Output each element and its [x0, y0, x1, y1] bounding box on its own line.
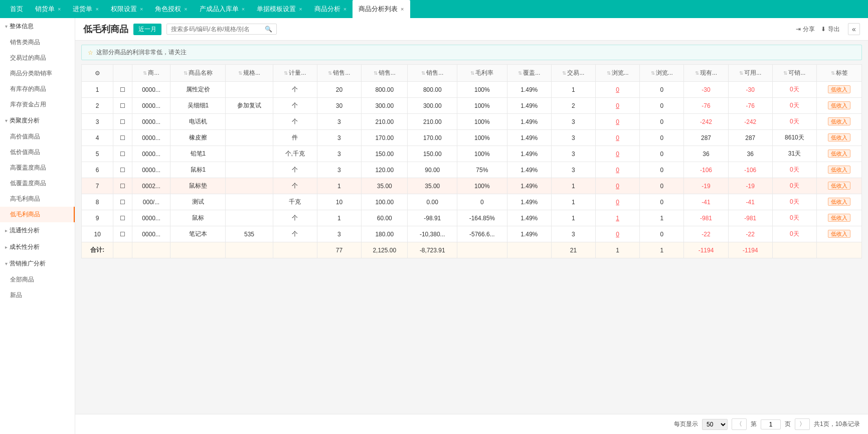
row-checkbox[interactable]: ☐: [113, 178, 132, 194]
col-header-sales_qty[interactable]: ⇅销售...: [317, 65, 361, 82]
table-row[interactable]: 5☐0000...铅笔1个,千克3150.00150.00100%1.49%30…: [82, 146, 862, 162]
view-count-1[interactable]: 0: [596, 98, 640, 114]
row-checkbox[interactable]: ☐: [113, 98, 132, 114]
close-tab-icon[interactable]: ×: [343, 6, 346, 12]
sidebar-item-低毛利商品[interactable]: 低毛利商品: [0, 207, 75, 222]
col-header-view2[interactable]: ⇅浏览...: [640, 65, 684, 82]
col-header-deal_count[interactable]: ⇅交易...: [551, 65, 595, 82]
col-header-coverage[interactable]: ⇅覆盖...: [507, 65, 551, 82]
view-count-1[interactable]: 0: [596, 130, 640, 146]
view-link[interactable]: 0: [616, 151, 619, 158]
sidebar-item-低价值商品[interactable]: 低价值商品: [0, 144, 75, 160]
table-row[interactable]: 8☐000/...测试千克10100.000.0001.49%100-41-41…: [82, 194, 862, 210]
time-filter-button[interactable]: 近一月: [133, 24, 161, 35]
sidebar-item-高毛利商品[interactable]: 高毛利商品: [0, 191, 75, 207]
col-header-spec[interactable]: ⇅规格...: [226, 65, 273, 82]
nav-item-商品分析列表[interactable]: 商品分析列表×: [353, 0, 410, 18]
nav-item-角色授权[interactable]: 角色授权×: [149, 0, 193, 18]
close-tab-icon[interactable]: ×: [299, 6, 302, 12]
close-tab-icon[interactable]: ×: [95, 6, 98, 12]
col-header-name[interactable]: ⇅商品名称: [170, 65, 226, 82]
collapse-sidebar-button[interactable]: «: [848, 23, 860, 35]
col-header-gross_rate[interactable]: ⇅毛利率: [457, 65, 507, 82]
next-page-button[interactable]: 〉: [795, 418, 810, 430]
col-header-available_stock[interactable]: ⇅可用...: [728, 65, 772, 82]
view-count-1[interactable]: 0: [596, 82, 640, 98]
view-count-1[interactable]: 0: [596, 178, 640, 194]
close-tab-icon[interactable]: ×: [242, 6, 245, 12]
sidebar-item-高价值商品[interactable]: 高价值商品: [0, 129, 75, 144]
view-count-1[interactable]: 1: [596, 210, 640, 226]
nav-item-销货单[interactable]: 销货单×: [29, 0, 67, 18]
nav-item-进货单[interactable]: 进货单×: [67, 0, 104, 18]
row-checkbox[interactable]: ☐: [113, 130, 132, 146]
table-row[interactable]: 3☐0000...电话机个3210.00210.00100%1.49%300-2…: [82, 114, 862, 130]
search-input[interactable]: [171, 26, 265, 33]
view-link[interactable]: 0: [616, 134, 619, 141]
view-count-1[interactable]: 0: [596, 226, 640, 242]
sidebar-item-低覆盖度商品[interactable]: 低覆盖度商品: [0, 176, 75, 191]
table-row[interactable]: 7☐0002...鼠标垫个135.0035.00100%1.49%100-19-…: [82, 178, 862, 194]
table-row[interactable]: 6☐0000...鼠标1个3120.0090.0075%1.49%300-106…: [82, 162, 862, 178]
nav-item-单据模板设置[interactable]: 单据模板设置×: [251, 0, 308, 18]
row-checkbox[interactable]: ☐: [113, 82, 132, 98]
view-count-1[interactable]: 0: [596, 162, 640, 178]
sidebar-group-整体信息[interactable]: ▾整体信息: [0, 18, 75, 35]
row-checkbox[interactable]: ☐: [113, 114, 132, 130]
nav-item-商品分析[interactable]: 商品分析×: [308, 0, 353, 18]
col-header-tag[interactable]: ⇅标签: [817, 65, 862, 82]
page-number-input[interactable]: [761, 419, 781, 429]
view-count-1[interactable]: 0: [596, 114, 640, 130]
close-tab-icon[interactable]: ×: [140, 6, 143, 12]
sidebar-item-有库存的商品[interactable]: 有库存的商品: [0, 81, 75, 97]
col-header-saleable_days[interactable]: ⇅可销...: [772, 65, 816, 82]
view-link[interactable]: 0: [616, 183, 619, 190]
nav-item-权限设置[interactable]: 权限设置×: [105, 0, 149, 18]
sidebar-item-商品分类助销率[interactable]: 商品分类助销率: [0, 66, 75, 81]
view-link[interactable]: 0: [616, 167, 619, 174]
table-row[interactable]: 1☐0000...属性定价个20800.00800.00100%1.49%100…: [82, 82, 862, 98]
sidebar-item-库存资金占用[interactable]: 库存资金占用: [0, 97, 75, 112]
col-header-sales_amount[interactable]: ⇅销售...: [408, 65, 457, 82]
nav-item-产成品入库单[interactable]: 产成品入库单×: [194, 0, 251, 18]
close-tab-icon[interactable]: ×: [184, 6, 187, 12]
search-icon[interactable]: 🔍: [265, 26, 272, 33]
row-checkbox[interactable]: ☐: [113, 210, 132, 226]
page-size-select[interactable]: 50 20 100: [702, 419, 728, 430]
sidebar-group-类聚度分析[interactable]: ▾类聚度分析: [0, 112, 75, 129]
view-link[interactable]: 0: [616, 118, 619, 125]
col-header-unit[interactable]: ⇅计量...: [273, 65, 317, 82]
share-button[interactable]: ⇥ 分享: [796, 25, 815, 34]
sidebar-item-销售类商品[interactable]: 销售类商品: [0, 35, 75, 50]
nav-item-首页[interactable]: 首页: [4, 0, 29, 18]
export-button[interactable]: ⬇ 导出: [821, 25, 840, 34]
table-row[interactable]: 4☐0000...橡皮擦件3170.00170.00100%1.49%30028…: [82, 130, 862, 146]
row-checkbox[interactable]: ☐: [113, 194, 132, 210]
sidebar-item-新品[interactable]: 新品: [0, 287, 75, 303]
view-count-1[interactable]: 0: [596, 194, 640, 210]
table-row[interactable]: 9☐0000...鼠标个160.00-98.91-164.85%1.49%111…: [82, 210, 862, 226]
sidebar-item-全部商品[interactable]: 全部商品: [0, 272, 75, 287]
row-checkbox[interactable]: ☐: [113, 162, 132, 178]
view-link[interactable]: 0: [616, 86, 619, 93]
view-link[interactable]: 0: [616, 199, 619, 206]
sidebar-group-营销推广分析[interactable]: ▾营销推广分析: [0, 255, 75, 272]
col-header-code[interactable]: ⇅商...: [132, 65, 170, 82]
row-checkbox[interactable]: ☐: [113, 226, 132, 242]
col-header-view1[interactable]: ⇅浏览...: [596, 65, 640, 82]
view-link[interactable]: 1: [616, 215, 619, 222]
row-checkbox[interactable]: ☐: [113, 146, 132, 162]
sidebar-group-流通性分析[interactable]: ▸流通性分析: [0, 222, 75, 239]
view-count-1[interactable]: 0: [596, 146, 640, 162]
close-tab-icon[interactable]: ×: [401, 6, 404, 12]
close-tab-icon[interactable]: ×: [58, 6, 61, 12]
view-link[interactable]: 0: [616, 102, 619, 109]
sidebar-group-成长性分析[interactable]: ▸成长性分析: [0, 239, 75, 255]
sidebar-item-高覆盖度商品[interactable]: 高覆盖度商品: [0, 160, 75, 176]
col-header-sales_price[interactable]: ⇅销售...: [362, 65, 408, 82]
table-row[interactable]: 2☐0000...吴细细1参加复试个30300.00300.00100%1.49…: [82, 98, 862, 114]
prev-page-button[interactable]: 〈: [732, 418, 747, 430]
sidebar-item-交易过的商品[interactable]: 交易过的商品: [0, 50, 75, 66]
col-header-current_stock[interactable]: ⇅现有...: [684, 65, 728, 82]
table-row[interactable]: 10☐0000...笔记本535个3180.00-10,380...-5766.…: [82, 226, 862, 242]
